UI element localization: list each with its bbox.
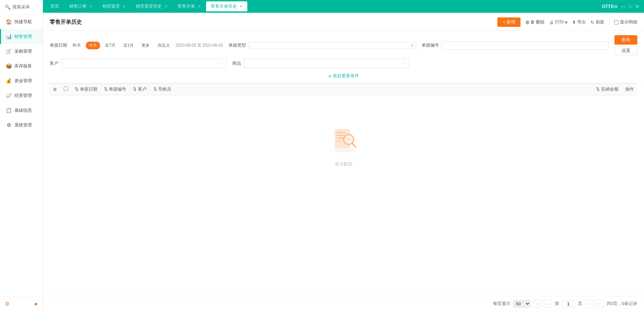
quick-nav-icon: 🏠 [6, 19, 12, 25]
pagination-bar: 每页显示 50 10 20 100 « ‹ 第 页 › » 共0页，0条记录 [43, 296, 644, 311]
settings-footer-icon[interactable]: ⚙ [5, 301, 9, 307]
export-button[interactable]: ⬆ 导出 [572, 19, 586, 25]
display-detail-checkbox[interactable]: 显示明细 [614, 19, 637, 25]
tab-home[interactable]: 首页 [46, 1, 64, 11]
filter-doc-type-item: 单据类型 ▾ [229, 42, 416, 49]
collapse-row: ∧ 收起更多条件 [50, 71, 637, 80]
sidebar-item-basic-info[interactable]: 📋 基础信息 [0, 103, 43, 118]
col-no[interactable]: ⇅ 单据编号 [101, 84, 130, 95]
tab-sales-order-close[interactable]: ✕ [89, 4, 92, 9]
sidebar-item-sys-mgmt[interactable]: ⚙ 系统管理 [0, 118, 43, 133]
collapse-icon: ∧ [328, 73, 332, 79]
purchase-mgmt-icon: 🛒 [6, 48, 12, 54]
tab-retail-open-history-label: 零售开单历史 [211, 3, 237, 9]
sidebar-item-operations[interactable]: 📈 经营管理 [0, 88, 43, 103]
date-btn-7days[interactable]: 近7天 [102, 42, 118, 49]
delete-button[interactable]: 🗑 🗑 删除 [525, 19, 545, 25]
data-table: ⚙ ⇅ 单据日期 ⇅ 单据编号 ⇅ 客户 [50, 83, 637, 194]
filter-area: 单据日期 昨天 今天 近7天 近1月 更多 自定义 2023-06-02 至 2… [43, 31, 644, 83]
first-page-icon: « [536, 301, 538, 306]
tab-retail-open-label: 零售开单 [178, 3, 195, 9]
current-page-input[interactable] [562, 300, 575, 307]
display-detail-input[interactable] [614, 20, 618, 24]
sidebar-item-finance[interactable]: 💰 资金管理 [0, 73, 43, 88]
operations-label: 经营管理 [14, 93, 32, 99]
sidebar-item-quick-nav[interactable]: 🏠 快捷导航 [0, 14, 43, 29]
tab-sales-order[interactable]: 销售订单 ✕ [64, 1, 97, 11]
tab-retail-open-history-close[interactable]: ✕ [240, 4, 243, 9]
table-area: ⚙ ⇅ 单据日期 ⇅ 单据编号 ⇅ 客户 [43, 83, 644, 296]
col-spacer [175, 84, 593, 95]
filter-customer-item: 客户 ··· [50, 59, 227, 68]
page-word: 第 [555, 301, 559, 307]
collapse-button[interactable]: ∧ 收起更多条件 [328, 73, 359, 79]
settings-filter-button[interactable]: 设置 [614, 46, 637, 55]
tab-retail-open-close[interactable]: ✕ [198, 4, 201, 9]
close-window-icon[interactable]: ✕ [635, 4, 639, 9]
date-btn-custom[interactable]: 自定义 [155, 42, 173, 49]
refresh-button[interactable]: ↻ 刷新 [591, 19, 604, 25]
empty-state: 暂无数据 [50, 95, 637, 194]
svg-point-0 [333, 148, 354, 152]
col-customer-label: ⇅ 客户 [133, 87, 147, 92]
minimize-icon[interactable]: — [621, 4, 626, 9]
col-amount[interactable]: ⇅ 实销金额 [593, 84, 622, 95]
filter-goods-select[interactable]: ··· [244, 59, 409, 68]
collapse-footer-icon[interactable]: ◄ [33, 301, 38, 307]
col-customer[interactable]: ⇅ 客户 [130, 84, 150, 95]
filter-customer-select[interactable]: ··· [61, 59, 227, 68]
finance-label: 资金管理 [14, 78, 32, 84]
col-amount-label: ⇅ 实销金额 [596, 87, 618, 92]
tab-bar: 首页 销售订单 ✕ 销货退货 ✕ 销货退货历史 ✕ 零售开单 ✕ 零售开单历史 … [43, 0, 644, 13]
maximize-icon[interactable]: □ [629, 4, 632, 9]
delete-icon: 🗑 [525, 20, 530, 25]
export-icon: ⬆ [572, 20, 576, 25]
sys-mgmt-label: 系统管理 [14, 122, 32, 128]
sidebar-item-purchase-mgmt[interactable]: 🛒 采购管理 [0, 44, 43, 59]
empty-text: 暂无数据 [335, 161, 352, 167]
filter-doc-no-input[interactable] [442, 41, 609, 50]
date-btn-yesterday[interactable]: 昨天 [70, 42, 84, 49]
col-checkbox [60, 84, 71, 95]
sidebar-search[interactable]: 🔍 搜索采单 [0, 0, 43, 14]
tab-sales-return-history-close[interactable]: ✕ [164, 4, 167, 9]
add-button[interactable]: + 新增 [497, 17, 521, 27]
page-total-label: 共0页，0条记录 [606, 301, 637, 307]
last-page-button[interactable]: » [596, 300, 604, 308]
empty-illustration [327, 122, 360, 156]
doc-type-arrow-icon: ▾ [411, 44, 413, 47]
select-all-checkbox[interactable] [64, 87, 68, 91]
tab-sales-return-close[interactable]: ✕ [122, 4, 126, 9]
sidebar-item-inventory[interactable]: 📦 库存核算 [0, 59, 43, 73]
filter-doc-type-select[interactable]: ▾ [249, 42, 416, 49]
filter-row-2: 客户 ··· 商品 ··· [50, 59, 637, 68]
prev-page-button[interactable]: ‹ [544, 300, 552, 308]
tab-sales-return[interactable]: 销货退货 ✕ [98, 1, 130, 11]
per-page-select[interactable]: 50 10 20 100 [513, 300, 531, 308]
first-page-button[interactable]: « [533, 300, 541, 308]
date-btn-more[interactable]: 更多 [139, 42, 153, 49]
basic-info-icon: 📋 [6, 107, 12, 113]
date-btn-1month[interactable]: 近1月 [120, 42, 137, 49]
tab-retail-open-history[interactable]: 零售开单历史 ✕ [206, 1, 247, 11]
delete-label: 🗑 删除 [530, 19, 545, 25]
export-label: 导出 [577, 19, 586, 25]
tab-retail-open[interactable]: 零售开单 ✕ [173, 1, 205, 11]
toolbar: + 新增 🗑 🗑 删除 🖨 打印 ▾ ⬆ 导出 ↻ 刷新 [497, 17, 637, 27]
date-btn-today[interactable]: 今天 [86, 42, 100, 49]
tab-home-label: 首页 [50, 3, 59, 9]
col-date[interactable]: ⇅ 单据日期 [71, 84, 101, 95]
next-page-button[interactable]: › [585, 300, 593, 308]
sidebar-item-sales-mgmt[interactable]: 📊 销售管理 [0, 29, 43, 44]
col-salesperson[interactable]: ⇅ 导购员 [150, 84, 175, 95]
filter-goods-item: 商品 ··· [232, 59, 409, 68]
query-button[interactable]: 查询 [614, 35, 637, 45]
purchase-mgmt-label: 采购管理 [14, 48, 32, 54]
last-page-icon: » [598, 301, 601, 306]
svg-point-7 [345, 136, 352, 143]
col-settings[interactable]: ⚙ [50, 84, 60, 95]
sidebar-search-label: 搜索采单 [12, 4, 30, 10]
print-button[interactable]: 🖨 打印 ▾ [549, 19, 567, 25]
page-header: 零售开单历史 + 新增 🗑 🗑 删除 🖨 打印 ▾ ⬆ 导出 ↻ [43, 13, 644, 31]
tab-sales-return-history[interactable]: 销货退货历史 ✕ [131, 1, 172, 11]
